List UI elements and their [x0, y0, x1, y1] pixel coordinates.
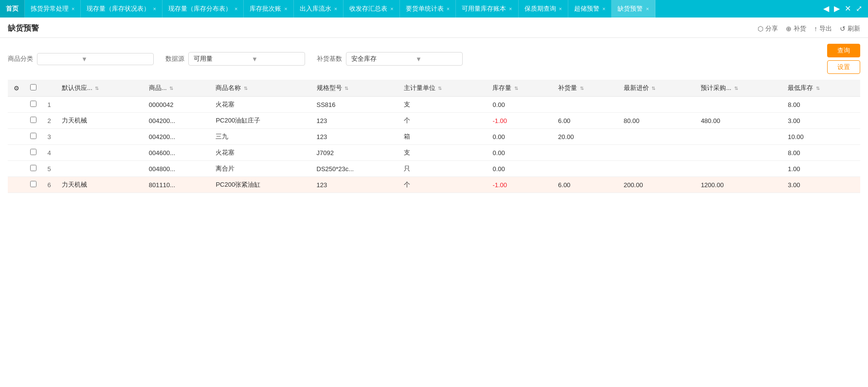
category-select[interactable]: ▼	[37, 53, 154, 65]
row-checkbox[interactable]	[30, 149, 36, 155]
nav-tab-batch[interactable]: 库存批次账 ×	[244, 0, 293, 18]
row-forecast-cell	[696, 161, 783, 177]
nav-tab-overstock[interactable]: 超储预警 ×	[568, 0, 612, 18]
export-button[interactable]: ↑ 导出	[814, 24, 832, 33]
nav-tab-expiry[interactable]: 保质期查询 ×	[519, 0, 568, 18]
gear-header-icon[interactable]: ⚙	[14, 85, 19, 92]
nav-expand-button[interactable]: ⤢	[854, 0, 864, 18]
nav-tab-flow[interactable]: 出入库流水 ×	[294, 0, 344, 18]
close-summary-icon[interactable]: ×	[390, 6, 393, 12]
th-code[interactable]: 商品... ⇅	[144, 80, 211, 97]
close-batch-icon[interactable]: ×	[284, 6, 287, 12]
th-min-stock-label: 最低库存	[788, 84, 813, 91]
query-button[interactable]: 查询	[827, 44, 860, 57]
page-title: 缺货预警	[8, 23, 758, 34]
nav-next-button[interactable]: ▶	[832, 0, 842, 18]
nav-tab-inv-status-label: 现存量（库存状况表）	[87, 4, 150, 13]
nav-tab-overstock-label: 超储预警	[574, 4, 599, 13]
row-stock-cell: 0.00	[488, 129, 553, 145]
row-checkbox[interactable]	[30, 165, 36, 171]
close-pick-icon[interactable]: ×	[72, 6, 74, 12]
top-navigation: 首页 拣货异常处理 × 现存量（库存状况表） × 现存量（库存分布表） × 库存…	[0, 0, 868, 18]
settings-button[interactable]: 设置	[827, 60, 860, 74]
th-forecast[interactable]: 预计采购... ⇅	[696, 80, 783, 97]
row-replenish-cell	[553, 161, 619, 177]
nav-tab-summary[interactable]: 收发存汇总表 ×	[344, 0, 399, 18]
nav-tab-available-label: 可用量库存账本	[462, 4, 506, 13]
filter-replenish-label: 补货基数	[317, 54, 342, 63]
row-supplier-cell	[57, 145, 144, 161]
row-supplier-cell: 力天机械	[57, 177, 144, 193]
th-spec[interactable]: 规格型号 ⇅	[312, 80, 399, 97]
row-checkbox-cell[interactable]	[25, 129, 41, 145]
th-gear[interactable]: ⚙	[8, 80, 25, 97]
row-latest-price-cell	[619, 161, 696, 177]
row-index-cell: 5	[41, 161, 57, 177]
nav-tab-requisition[interactable]: 要货单统计表 ×	[400, 0, 456, 18]
datasource-select[interactable]: 可用量 ▼	[188, 52, 305, 66]
refresh-label: 刷新	[848, 24, 860, 33]
th-supplier[interactable]: 默认供应... ⇅	[57, 80, 144, 97]
nav-tab-home[interactable]: 首页	[0, 0, 25, 18]
share-button[interactable]: ⬡ 分享	[758, 24, 778, 33]
th-stock[interactable]: 库存量 ⇅	[488, 80, 553, 97]
nav-tab-inv-status[interactable]: 现存量（库存状况表） ×	[81, 0, 162, 18]
row-checkbox-cell[interactable]	[25, 177, 41, 193]
replenish-base-select[interactable]: 安全库存 ▼	[346, 52, 463, 66]
row-gear-cell	[8, 145, 25, 161]
nav-tab-inv-dist[interactable]: 现存量（库存分布表） ×	[163, 0, 244, 18]
th-latest-price[interactable]: 最新进价 ⇅	[619, 80, 696, 97]
refresh-button[interactable]: ↺ 刷新	[840, 24, 860, 33]
close-inv-status-icon[interactable]: ×	[153, 6, 156, 12]
row-checkbox-cell[interactable]	[25, 161, 41, 177]
close-inv-dist-icon[interactable]: ×	[235, 6, 237, 12]
nav-tab-pick[interactable]: 拣货异常处理 ×	[25, 0, 81, 18]
close-expiry-icon[interactable]: ×	[559, 6, 562, 12]
filter-actions: 查询 设置	[827, 44, 860, 74]
main-table: ⚙ 默认供应... ⇅ 商品... ⇅ 商品名称	[8, 80, 860, 193]
th-replenish[interactable]: 补货量 ⇅	[553, 80, 619, 97]
th-latest-price-label: 最新进价	[624, 84, 649, 91]
close-flow-icon[interactable]: ×	[334, 6, 337, 12]
row-latest-price-cell: 200.00	[619, 177, 696, 193]
row-checkbox[interactable]	[30, 181, 36, 187]
th-code-label: 商品...	[149, 84, 167, 91]
close-requisition-icon[interactable]: ×	[447, 6, 450, 12]
th-min-stock[interactable]: 最低库存 ⇅	[783, 80, 860, 97]
th-stock-label: 库存量	[492, 84, 511, 91]
nav-tab-shortage-label: 缺货预警	[617, 4, 643, 13]
row-replenish-cell: 20.00	[553, 129, 619, 145]
close-available-icon[interactable]: ×	[509, 6, 512, 12]
row-checkbox-cell[interactable]	[25, 97, 41, 113]
th-name[interactable]: 商品名称 ⇅	[211, 80, 311, 97]
export-label: 导出	[819, 24, 832, 33]
select-all-checkbox[interactable]	[30, 84, 36, 90]
close-shortage-icon[interactable]: ×	[646, 6, 649, 12]
nav-controls: ◀ ▶ ✕ ⤢	[821, 0, 868, 18]
row-checkbox-cell[interactable]	[25, 145, 41, 161]
nav-close-button[interactable]: ✕	[843, 0, 853, 18]
datasource-select-arrow-icon: ▼	[252, 55, 258, 63]
replenish-base-value: 安全库存	[351, 54, 377, 63]
replenish-button[interactable]: ⊕ 补货	[786, 24, 806, 33]
th-name-label: 商品名称	[216, 84, 241, 91]
row-checkbox[interactable]	[30, 101, 36, 107]
nav-tab-available[interactable]: 可用量库存账本 ×	[456, 0, 518, 18]
th-supplier-label: 默认供应...	[62, 84, 92, 91]
row-unit-cell: 支	[399, 97, 488, 113]
filter-row: 商品分类 ▼ 数据源 可用量 ▼ 补货基数 安全库存 ▼ 查询 设置	[0, 38, 868, 80]
category-select-arrow-icon: ▼	[81, 55, 88, 63]
row-name-cell: PC200张紧油缸	[211, 177, 311, 193]
nav-prev-button[interactable]: ◀	[821, 0, 831, 18]
th-checkbox[interactable]	[25, 80, 41, 97]
close-overstock-icon[interactable]: ×	[602, 6, 605, 12]
header-actions: ⬡ 分享 ⊕ 补货 ↑ 导出 ↺ 刷新	[758, 24, 860, 33]
th-unit[interactable]: 主计量单位 ⇅	[399, 80, 488, 97]
row-unit-cell: 只	[399, 161, 488, 177]
row-stock-cell: -1.00	[488, 113, 553, 129]
nav-tab-shortage[interactable]: 缺货预警 ×	[612, 0, 655, 18]
row-checkbox-cell[interactable]	[25, 113, 41, 129]
th-name-sort-icon: ⇅	[244, 86, 248, 91]
row-checkbox[interactable]	[30, 117, 36, 123]
row-checkbox[interactable]	[30, 133, 36, 139]
